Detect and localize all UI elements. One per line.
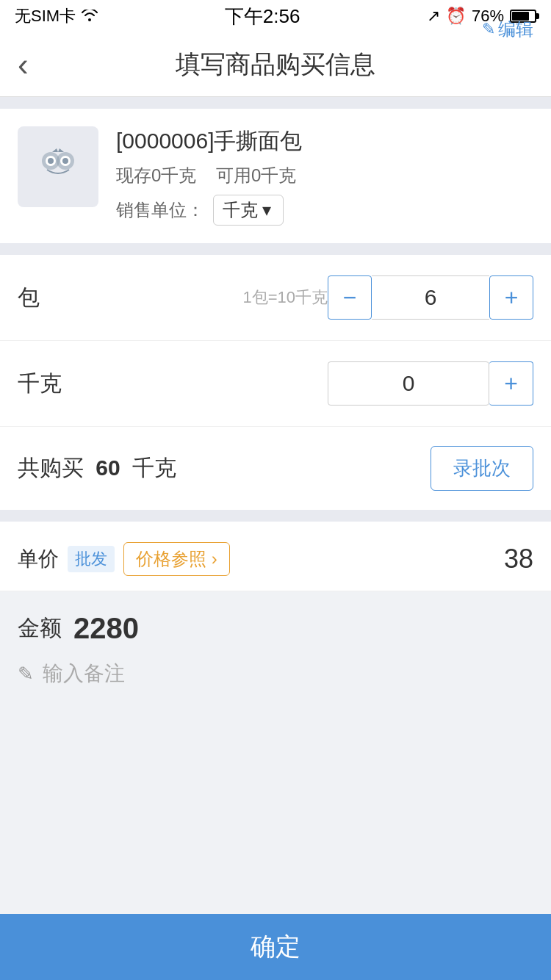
confirm-button-text: 确定 [251, 930, 300, 964]
svg-point-5 [62, 158, 68, 164]
edit-icon: ✎ [482, 20, 495, 39]
price-label-group: 单价 批发 价格参照 › [18, 542, 230, 576]
status-bar: 无SIM卡 下午2:56 ↗ ⏰ 76% [0, 0, 551, 32]
unit-value: 千克 [223, 198, 258, 222]
amount-row: 金额 2280 [18, 612, 533, 645]
amount-label: 金额 [18, 613, 62, 644]
price-section: 单价 批发 价格参照 › 38 [0, 522, 551, 591]
dropdown-arrow-icon: ▾ [262, 200, 271, 220]
edit-link[interactable]: ✎ 编辑 [482, 18, 533, 41]
price-ref-button[interactable]: 价格参照 › [123, 542, 230, 576]
top-divider [0, 97, 551, 109]
price-row: 单价 批发 价格参照 › 38 [18, 542, 533, 576]
price-value: 38 [504, 544, 533, 574]
batch-button[interactable]: 录批次 [431, 446, 533, 491]
product-info: [0000006]手撕面包 现存0千克 可用0千克 销售单位： 千克 ▾ [116, 126, 533, 226]
svg-point-4 [48, 158, 54, 164]
package-label: 包 [18, 283, 231, 313]
package-minus-button[interactable]: − [328, 275, 372, 320]
kg-qty-input[interactable] [328, 361, 489, 406]
package-input-row: 包 1包=10千克 − + [0, 255, 551, 341]
amount-value: 2280 [73, 612, 139, 645]
package-sublabel: 1包=10千克 [242, 287, 328, 309]
nav-bar: ‹ 填写商品购买信息 [0, 32, 551, 97]
product-logo-icon [36, 145, 80, 190]
product-name: [0000006]手撕面包 [116, 126, 533, 156]
location-icon: ↗ [427, 7, 440, 26]
input-section: 包 1包=10千克 − + 千克 + [0, 255, 551, 427]
back-button[interactable]: ‹ [18, 46, 29, 83]
product-image [18, 126, 98, 207]
kg-plus-button[interactable]: + [489, 361, 533, 406]
edit-label: 编辑 [498, 18, 533, 41]
status-time: 下午2:56 [225, 4, 300, 29]
amount-section: 金额 2280 ✎ 输入备注 [0, 591, 551, 702]
total-row: 共购买 60 千克 录批次 [0, 427, 551, 510]
confirm-bar[interactable]: 确定 [0, 914, 551, 980]
price-tag: 批发 [68, 546, 115, 572]
alarm-icon: ⏰ [446, 7, 466, 26]
product-card: [0000006]手撕面包 现存0千克 可用0千克 销售单位： 千克 ▾ ✎ 编… [0, 109, 551, 243]
remark-row[interactable]: ✎ 输入备注 [18, 660, 533, 688]
package-plus-button[interactable]: + [489, 275, 533, 320]
wifi-icon [82, 7, 98, 26]
product-stock: 现存0千克 可用0千克 [116, 164, 533, 187]
page-title: 填写商品购买信息 [176, 48, 375, 82]
status-carrier: 无SIM卡 [15, 5, 98, 27]
mid-divider-1 [0, 243, 551, 255]
package-quantity-control: − + [328, 275, 533, 320]
kg-input-row: 千克 + [0, 341, 551, 427]
mid-divider-2 [0, 510, 551, 522]
package-qty-input[interactable] [372, 275, 489, 320]
kg-label: 千克 [18, 371, 62, 395]
unit-dropdown[interactable]: 千克 ▾ [213, 195, 284, 226]
price-label-text: 单价 [18, 545, 59, 573]
kg-quantity-control: + [328, 361, 533, 406]
pencil-icon: ✎ [18, 663, 34, 685]
total-text: 共购买 60 千克 [18, 453, 176, 483]
product-unit-row: 销售单位： 千克 ▾ [116, 195, 533, 226]
carrier-text: 无SIM卡 [15, 5, 76, 27]
remark-placeholder: 输入备注 [43, 660, 125, 688]
empty-space [0, 702, 551, 923]
